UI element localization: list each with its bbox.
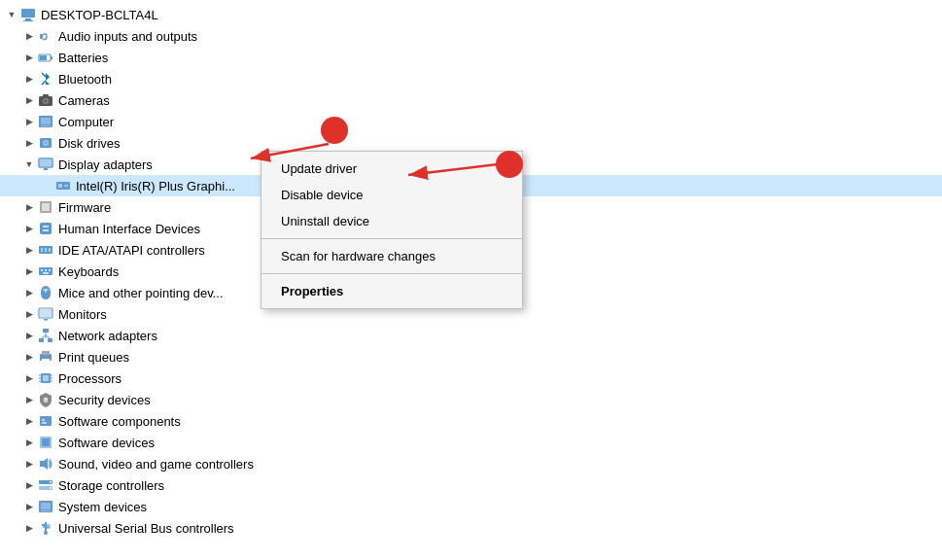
tree-item-label: Sound, video and game controllers bbox=[58, 457, 254, 472]
mouse-icon bbox=[37, 284, 54, 301]
chevron-icon bbox=[21, 135, 37, 151]
svg-rect-40 bbox=[40, 309, 52, 317]
chevron-icon bbox=[4, 7, 19, 22]
svg-rect-3 bbox=[40, 34, 43, 39]
audio-icon bbox=[37, 27, 54, 45]
context-menu-item-uninstall-device[interactable]: Uninstall device bbox=[262, 208, 522, 234]
tree-item-batteries[interactable]: Batteries bbox=[0, 47, 942, 68]
svg-rect-29 bbox=[41, 248, 43, 252]
software-icon bbox=[37, 412, 54, 430]
security-icon bbox=[37, 391, 54, 408]
svg-rect-64 bbox=[42, 438, 50, 446]
chevron-icon bbox=[21, 328, 37, 343]
tree-item-bluetooth[interactable]: Bluetooth bbox=[0, 68, 942, 89]
svg-marker-65 bbox=[40, 458, 48, 470]
network-icon bbox=[37, 327, 54, 344]
chevron-icon bbox=[21, 477, 37, 493]
tree-item-label: Batteries bbox=[58, 51, 108, 65]
svg-rect-72 bbox=[41, 510, 51, 511]
svg-point-16 bbox=[45, 142, 47, 144]
tree-item-label: Software devices bbox=[58, 436, 155, 450]
svg-rect-31 bbox=[49, 248, 51, 252]
svg-rect-33 bbox=[41, 269, 43, 271]
tree-item-security[interactable]: Security devices bbox=[0, 389, 942, 410]
tree-item-label: Universal Serial Bus controllers bbox=[58, 521, 234, 536]
svg-line-46 bbox=[42, 335, 47, 338]
chevron-icon bbox=[21, 435, 37, 450]
tree-item-label: Human Interface Devices bbox=[58, 222, 200, 236]
tree-item-sound[interactable]: Sound, video and game controllers bbox=[0, 453, 942, 474]
svg-rect-41 bbox=[44, 319, 48, 321]
chevron-icon bbox=[21, 349, 37, 365]
svg-rect-0 bbox=[21, 9, 35, 18]
tree-item-label: Display adapters bbox=[58, 158, 153, 172]
sound-icon bbox=[37, 455, 54, 472]
svg-rect-26 bbox=[43, 226, 49, 228]
tree-item-processors[interactable]: Processors bbox=[0, 368, 942, 389]
context-menu-item-properties[interactable]: Properties bbox=[262, 278, 522, 304]
chevron-icon bbox=[21, 50, 37, 65]
svg-rect-10 bbox=[43, 94, 49, 97]
camera-icon bbox=[37, 91, 54, 109]
svg-rect-5 bbox=[51, 56, 52, 59]
chevron-icon bbox=[21, 157, 37, 172]
svg-rect-60 bbox=[40, 416, 52, 426]
tree-item-label: Computer bbox=[58, 115, 114, 129]
svg-rect-44 bbox=[48, 338, 52, 342]
tree-item-label: Cameras bbox=[58, 93, 110, 108]
tree-item-computer[interactable]: Computer bbox=[0, 111, 942, 132]
bluetooth-icon bbox=[37, 70, 54, 88]
tree-item-usb[interactable]: Universal Serial Bus controllers bbox=[0, 517, 942, 539]
tree-item-softwaredev[interactable]: Software devices bbox=[0, 432, 942, 453]
tree-item-label: DESKTOP-BCLTA4L bbox=[41, 8, 158, 22]
menu-separator bbox=[262, 238, 522, 239]
svg-rect-2 bbox=[23, 20, 33, 21]
tree-item-cameras[interactable]: Cameras bbox=[0, 89, 942, 111]
svg-rect-76 bbox=[42, 524, 45, 526]
tree-item-print[interactable]: Print queues bbox=[0, 346, 942, 368]
svg-rect-34 bbox=[45, 269, 47, 271]
tree-item-label: Print queues bbox=[58, 350, 129, 365]
usb-icon bbox=[37, 519, 54, 537]
gpu-icon bbox=[54, 177, 72, 194]
tree-item-storage[interactable]: Storage controllers bbox=[0, 474, 942, 496]
svg-rect-36 bbox=[43, 272, 49, 274]
svg-rect-30 bbox=[45, 248, 47, 252]
tree-item-audio[interactable]: Audio inputs and outputs bbox=[0, 25, 942, 47]
svg-rect-49 bbox=[42, 351, 50, 355]
tree-item-root[interactable]: DESKTOP-BCLTA4L bbox=[0, 4, 942, 25]
chevron-icon bbox=[21, 285, 37, 300]
menu-separator bbox=[262, 273, 522, 274]
svg-rect-50 bbox=[42, 359, 50, 363]
tree-item-systemdev[interactable]: System devices bbox=[0, 496, 942, 517]
context-menu-item-disable-device[interactable]: Disable device bbox=[262, 182, 522, 208]
display-icon bbox=[37, 156, 54, 173]
tree-item-network[interactable]: Network adapters bbox=[0, 325, 942, 346]
chevron-icon bbox=[21, 242, 37, 258]
svg-rect-25 bbox=[40, 223, 52, 234]
print-icon bbox=[37, 348, 54, 366]
chevron-icon bbox=[21, 71, 37, 87]
chevron-icon bbox=[21, 456, 37, 472]
tree-item-label: Mice and other pointing dev... bbox=[58, 286, 224, 300]
chevron-icon bbox=[21, 392, 37, 407]
chevron-icon bbox=[21, 520, 37, 536]
svg-rect-18 bbox=[40, 159, 52, 166]
tree-item-softwarecomp[interactable]: Software components bbox=[0, 410, 942, 432]
svg-rect-43 bbox=[39, 338, 44, 342]
chevron-icon bbox=[21, 263, 37, 279]
context-menu-item-scan-hardware[interactable]: Scan for hardware changes bbox=[262, 243, 522, 269]
svg-rect-1 bbox=[25, 18, 31, 20]
chevron-icon bbox=[21, 221, 37, 236]
chevron-icon bbox=[21, 370, 37, 386]
svg-rect-21 bbox=[58, 184, 62, 188]
storage-icon bbox=[37, 476, 54, 494]
tree-item-label: Security devices bbox=[58, 393, 151, 407]
svg-rect-52 bbox=[43, 375, 49, 381]
tree-item-label: Network adapters bbox=[58, 329, 157, 343]
context-menu-item-update-driver[interactable]: Update driver bbox=[262, 156, 522, 182]
tree-item-label: Intel(R) Iris(R) Plus Graphi... bbox=[76, 179, 235, 193]
context-menu: Update driverDisable deviceUninstall dev… bbox=[261, 151, 523, 309]
ide-icon bbox=[37, 241, 54, 259]
monitor2-icon bbox=[37, 305, 54, 323]
